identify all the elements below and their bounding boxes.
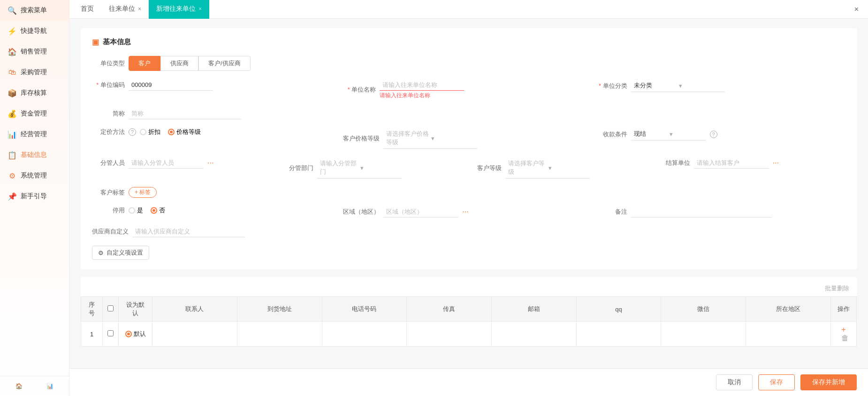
form-item-tags: 客户标签 + 标签: [92, 187, 838, 198]
custom-settings-label: 自定义项设置: [107, 248, 143, 257]
sidebar-bottom-home[interactable]: 🏠: [4, 380, 35, 392]
sidebar-label-operations: 经营管理: [21, 130, 47, 139]
sidebar-label-basic-info: 基础信息: [21, 151, 47, 159]
row-checkbox[interactable]: [107, 330, 114, 336]
qq-input[interactable]: [581, 331, 656, 338]
wechat-input[interactable]: [666, 331, 741, 338]
settlement-input[interactable]: [694, 157, 769, 169]
cancel-button[interactable]: 取消: [716, 374, 753, 390]
sidebar-item-guide[interactable]: 📌 新手引导: [0, 186, 69, 207]
dept-placeholder: 请输入分管部门: [320, 159, 358, 176]
cell-email[interactable]: [491, 322, 576, 347]
sidebar-item-basic-info[interactable]: 📋 基础信息: [0, 145, 69, 165]
category-chevron-icon: ▾: [679, 82, 722, 89]
pricing-discount-option[interactable]: 折扣: [140, 128, 160, 136]
section-title: ▣ 基本信息: [92, 38, 845, 47]
sidebar-bottom-stats[interactable]: 📊: [35, 380, 66, 392]
pricing-level-radio[interactable]: [168, 129, 175, 135]
payment-chevron-icon: ▾: [670, 131, 703, 138]
default-radio[interactable]: [125, 331, 132, 337]
name-input[interactable]: [380, 79, 464, 91]
settlement-more-btn[interactable]: ···: [773, 159, 779, 167]
window-close-btn[interactable]: ×: [849, 1, 864, 17]
tab-home[interactable]: 首页: [73, 0, 101, 19]
form-item-abbr: 简称: [92, 108, 838, 119]
sidebar-label-system: 系统管理: [21, 171, 47, 180]
type-btn-customer[interactable]: 客户: [129, 56, 160, 71]
sidebar-item-inventory[interactable]: 📦 库存核算: [0, 83, 69, 103]
manager-more-btn[interactable]: ···: [207, 159, 213, 167]
customer-level-chevron-icon: ▾: [548, 164, 587, 171]
sidebar-item-quick-nav[interactable]: ⚡ 快捷导航: [0, 21, 69, 41]
tab-new-partner[interactable]: 新增往来单位 ×: [149, 0, 209, 19]
cell-checkbox[interactable]: [103, 322, 119, 347]
th-region: 所在地区: [746, 297, 830, 322]
disabled-no-radio[interactable]: [151, 207, 157, 214]
cell-qq[interactable]: [576, 322, 661, 347]
form-item-dept: 分管部门 请输入分管部门 ▾: [281, 157, 462, 179]
inventory-icon: 📦: [8, 88, 17, 98]
contact-input[interactable]: [157, 331, 232, 338]
cell-fax[interactable]: [407, 322, 492, 347]
sidebar-item-purchase[interactable]: 🛍 采购管理: [0, 62, 69, 83]
disabled-no-option[interactable]: 否: [151, 206, 165, 215]
phone-input[interactable]: [327, 331, 402, 338]
manager-input[interactable]: [129, 157, 204, 169]
batch-delete-btn[interactable]: 批量删除: [81, 284, 857, 296]
type-label: 单位类型: [92, 59, 125, 68]
cell-region[interactable]: [746, 322, 830, 347]
custom-settings-button[interactable]: ⚙ 自定义项设置: [92, 246, 149, 260]
del-row-btn[interactable]: 🗑: [841, 334, 849, 342]
add-row-btn[interactable]: +: [841, 326, 845, 334]
pricing-level-option[interactable]: 价格等级: [168, 128, 201, 136]
abbr-input[interactable]: [129, 108, 241, 119]
email-input[interactable]: [496, 331, 571, 338]
type-btn-both[interactable]: 客户/供应商: [198, 56, 251, 71]
sidebar-item-system[interactable]: ⚙ 系统管理: [0, 165, 69, 186]
pricing-discount-radio[interactable]: [140, 129, 146, 135]
table-region-input[interactable]: [751, 331, 826, 338]
cell-address[interactable]: [237, 322, 322, 347]
cell-wechat[interactable]: [661, 322, 746, 347]
fax-input[interactable]: [411, 331, 487, 338]
category-select[interactable]: 未分类 ▾: [631, 79, 725, 92]
abbr-label: 简称: [92, 109, 125, 118]
dept-chevron-icon: ▾: [360, 164, 399, 171]
customer-level-select[interactable]: 请选择客户等级 ▾: [505, 157, 590, 179]
sidebar-item-operations[interactable]: 📊 经营管理: [0, 124, 69, 145]
address-input[interactable]: [242, 331, 317, 338]
customer-level-label: 客户等级: [469, 164, 502, 172]
remarks-input[interactable]: [631, 206, 772, 217]
region-input[interactable]: [383, 206, 458, 217]
sidebar-item-finance[interactable]: 💰 资金管理: [0, 103, 69, 124]
payment-select[interactable]: 现结 ▾: [631, 128, 706, 140]
region-more-btn[interactable]: ···: [462, 208, 468, 216]
pricing-help-icon[interactable]: ?: [129, 128, 136, 136]
dept-label: 分管部门: [281, 164, 313, 172]
disabled-yes-radio[interactable]: [129, 207, 135, 214]
disabled-radio-group: 是 否: [129, 206, 165, 215]
disabled-yes-option[interactable]: 是: [129, 206, 143, 215]
add-tag-button[interactable]: + 标签: [129, 187, 157, 198]
tab-partners[interactable]: 往来单位 ×: [101, 0, 149, 19]
tab-partners-close[interactable]: ×: [138, 6, 141, 12]
save-new-button[interactable]: 保存并新增: [800, 374, 857, 390]
category-label: 单位分类: [594, 82, 627, 90]
section-title-text: 基本信息: [103, 38, 131, 47]
save-button[interactable]: 保存: [758, 374, 795, 390]
cell-phone[interactable]: [322, 322, 407, 347]
supplier-custom-input[interactable]: [132, 226, 245, 237]
region-label: 区域（地区）: [343, 208, 380, 216]
dept-select[interactable]: 请输入分管部门 ▾: [317, 157, 402, 179]
tab-new-partner-close[interactable]: ×: [198, 6, 202, 12]
cell-contact[interactable]: [152, 322, 237, 347]
payment-help-icon[interactable]: ?: [710, 131, 717, 138]
select-all-checkbox[interactable]: [107, 305, 114, 311]
customer-price-select[interactable]: 请选择客户价格等级 ▾: [383, 128, 477, 149]
sidebar-item-search[interactable]: 🔍 搜索菜单: [0, 0, 69, 21]
type-btn-supplier[interactable]: 供应商: [160, 56, 198, 71]
customer-price-chevron-icon: ▾: [431, 135, 474, 142]
sidebar-item-sales[interactable]: 🏠 销售管理: [0, 41, 69, 62]
default-radio-item[interactable]: 默认: [123, 330, 147, 338]
code-input[interactable]: [129, 79, 213, 91]
